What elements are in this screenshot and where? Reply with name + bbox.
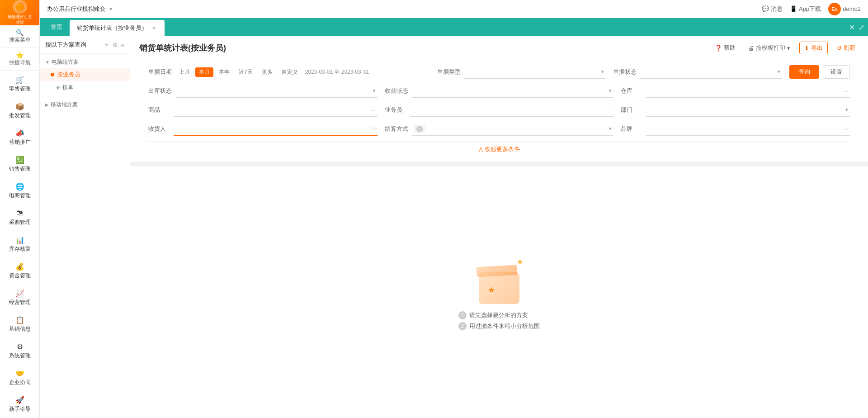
warehouse-control: ··· bbox=[646, 84, 850, 98]
sidebar-item-wholesale[interactable]: 📦 批发管理 bbox=[0, 97, 39, 124]
goods-dots: ··· bbox=[371, 106, 376, 113]
brand-field: 品牌 ··· bbox=[621, 122, 850, 136]
query-btn[interactable]: 查询 bbox=[789, 65, 819, 79]
sidebar-item-retail[interactable]: 🛒 零售管理 bbox=[0, 71, 39, 97]
sidebar-item-basic[interactable]: 📋 基础信息 bbox=[0, 311, 39, 337]
empty-box-lid bbox=[476, 265, 517, 277]
sidebar: 🟠 畅捷通好生意 标版 🔍 搜索菜单 ⭐ 快捷导航 🛒 零售管理 📦 批发管理 … bbox=[0, 0, 40, 418]
desktop-section: ▼ 电脑端方案 按业务员 ◈ 按单 bbox=[40, 54, 130, 96]
salesperson-label: 业务员 bbox=[385, 106, 406, 114]
messages-btn[interactable]: 💬 消息 bbox=[762, 5, 783, 13]
custom-btn[interactable]: 自定义 bbox=[278, 67, 302, 77]
refresh-icon: ↺ bbox=[837, 45, 842, 52]
doc-status-label: 单据状态 bbox=[613, 68, 637, 76]
salesperson-control: ··· bbox=[410, 103, 614, 117]
messages-label: 消息 bbox=[771, 5, 783, 13]
retail-icon: 🛒 bbox=[15, 75, 24, 84]
ecommerce-icon: 🌐 bbox=[15, 182, 24, 191]
pay-status-select[interactable]: ▾ bbox=[412, 84, 614, 98]
empty-tip-2: 2 用过滤条件来缩小分析范围 bbox=[458, 322, 540, 330]
warehouse-field: 仓库 ··· bbox=[621, 84, 850, 98]
app-download-btn[interactable]: 📱 App下载 bbox=[790, 5, 821, 13]
sidebar-item-system[interactable]: ⚙ 系统管理 bbox=[0, 337, 39, 364]
out-status-select[interactable]: ▾ bbox=[175, 84, 377, 98]
settlement-select[interactable]: × ▾ bbox=[412, 122, 614, 136]
sales-icon: 💹 bbox=[15, 155, 24, 164]
print-btn[interactable]: 🖨 按模板打印 ▾ bbox=[745, 42, 794, 54]
sparkle-icon: ✦ bbox=[516, 256, 524, 268]
sidebar-item-purchase[interactable]: 🛍 采购管理 bbox=[0, 204, 39, 231]
collapse-arrow-icon: ⋀ bbox=[479, 147, 483, 152]
expand-btn[interactable]: ⤢ bbox=[859, 23, 864, 32]
brand-select[interactable]: ··· bbox=[646, 122, 850, 136]
settlement-tag-close[interactable]: × bbox=[416, 126, 423, 132]
consignee-input[interactable] bbox=[174, 122, 377, 136]
scheme-by-salesperson[interactable]: 按业务员 bbox=[40, 68, 130, 81]
topbar-dropdown-icon[interactable]: ▾ bbox=[109, 5, 113, 12]
tab-close-btn[interactable]: × bbox=[150, 24, 157, 32]
close-window-btn[interactable]: ✕ bbox=[849, 23, 855, 32]
scheme-by-order[interactable]: ◈ 按单 bbox=[40, 81, 130, 94]
brand-control: ··· bbox=[646, 122, 850, 136]
mobile-arrow-icon: ▶ bbox=[45, 102, 49, 107]
this-month-btn[interactable]: 本月 bbox=[195, 67, 213, 77]
this-year-btn[interactable]: 本年 bbox=[215, 67, 233, 77]
goods-select[interactable]: ··· bbox=[174, 103, 377, 117]
department-control: ▾ bbox=[646, 103, 850, 117]
sidebar-item-finance[interactable]: 💰 资金管理 bbox=[0, 257, 39, 284]
collapse-btn[interactable]: ⋀ 收起更多条件 bbox=[148, 141, 850, 157]
salesperson-select[interactable]: ··· bbox=[410, 103, 614, 117]
add-scheme-btn[interactable]: ＋ bbox=[104, 41, 110, 49]
more-btn[interactable]: 更多 bbox=[258, 67, 276, 77]
page-title: 销货单统计表(按业务员) bbox=[139, 43, 226, 53]
department-select[interactable]: ▾ bbox=[646, 103, 850, 117]
sidebar-item-marketing[interactable]: 📣 营销推广 bbox=[0, 124, 39, 151]
doc-status-select[interactable]: ▾ bbox=[640, 65, 782, 79]
date-btn-group: 上月 本月 本年 近7天 更多 自定义 2023-03-01 至 2023-03… bbox=[175, 67, 430, 77]
consignee-control: ··· bbox=[174, 122, 377, 136]
sidebar-item-operation[interactable]: 📈 经营管理 bbox=[0, 284, 39, 311]
sidebar-item-newbie[interactable]: 🚀 新手引导 bbox=[0, 391, 39, 418]
empty-illustration: ✦ ★ bbox=[472, 254, 526, 304]
sidebar-quick-nav[interactable]: ⭐ 快捷导航 bbox=[0, 48, 39, 71]
tab-sales-stats[interactable]: 销货单统计表（按业务员） × bbox=[70, 20, 165, 36]
doc-type-select[interactable]: ▾ bbox=[464, 65, 606, 79]
page-area: 按以下方案查询 ＋ ⊕ « ▼ 电脑端方案 按业务员 ◈ 按单 bbox=[40, 36, 868, 418]
username: demo2 bbox=[843, 5, 861, 12]
tab-home[interactable]: 首页 bbox=[43, 18, 70, 36]
tabbar: 首页 销货单统计表（按业务员） × ✕ ⤢ bbox=[40, 18, 868, 36]
warehouse-select[interactable]: ··· bbox=[646, 84, 850, 98]
export-btn[interactable]: ⬇ 导出 bbox=[799, 42, 828, 54]
setting-btn[interactable]: 设置 bbox=[823, 65, 850, 79]
out-status-field: 出库状态 ▾ bbox=[148, 84, 377, 98]
table-area: ✦ ★ 1 请先选择要分析的方案 2 用过滤条件来缩小分析范围 bbox=[130, 166, 868, 418]
sidebar-item-inventory[interactable]: 📊 库存核算 bbox=[0, 231, 39, 257]
goods-control: ··· bbox=[174, 103, 377, 117]
last-7-days-btn[interactable]: 近7天 bbox=[235, 67, 256, 77]
inventory-icon: 📊 bbox=[15, 235, 24, 244]
warehouse-label: 仓库 bbox=[621, 87, 642, 95]
basic-icon: 📋 bbox=[15, 315, 24, 324]
tip-num-1: 1 bbox=[458, 311, 467, 319]
brand-dots: ··· bbox=[843, 125, 848, 132]
sidebar-search[interactable]: 🔍 搜索菜单 bbox=[0, 25, 39, 48]
sidebar-item-sales[interactable]: 💹 销售管理 bbox=[0, 151, 39, 177]
date-field: 单据日期 上月 本月 本年 近7天 更多 自定义 2023-03-01 至 20… bbox=[148, 67, 430, 77]
collapse-panel-btn[interactable]: « bbox=[121, 41, 124, 48]
sidebar-item-enterprise[interactable]: 🤝 企业协同 bbox=[0, 364, 39, 391]
topbar-left: 办公用品行业模拟账套 ▾ bbox=[47, 5, 113, 13]
empty-box-body bbox=[479, 272, 519, 304]
user-profile[interactable]: Ea demo2 bbox=[828, 3, 861, 15]
logo-icon: 🟠 bbox=[13, 0, 27, 14]
settings-scheme-btn[interactable]: ⊕ bbox=[113, 41, 118, 48]
left-panel-title: 按以下方案查询 bbox=[45, 41, 86, 49]
help-btn[interactable]: ❓ 帮助 bbox=[711, 42, 739, 54]
consignee-label: 收货人 bbox=[148, 125, 170, 133]
brand-label: 品牌 bbox=[621, 125, 642, 133]
pay-status-chevron-icon: ▾ bbox=[609, 88, 612, 94]
doc-status-control: ▾ bbox=[640, 65, 782, 79]
sidebar-item-ecommerce[interactable]: 🌐 电商管理 bbox=[0, 177, 39, 204]
refresh-btn[interactable]: ↺ 刷新 bbox=[833, 42, 859, 54]
avatar: Ea bbox=[828, 3, 841, 15]
last-month-btn[interactable]: 上月 bbox=[175, 67, 193, 77]
